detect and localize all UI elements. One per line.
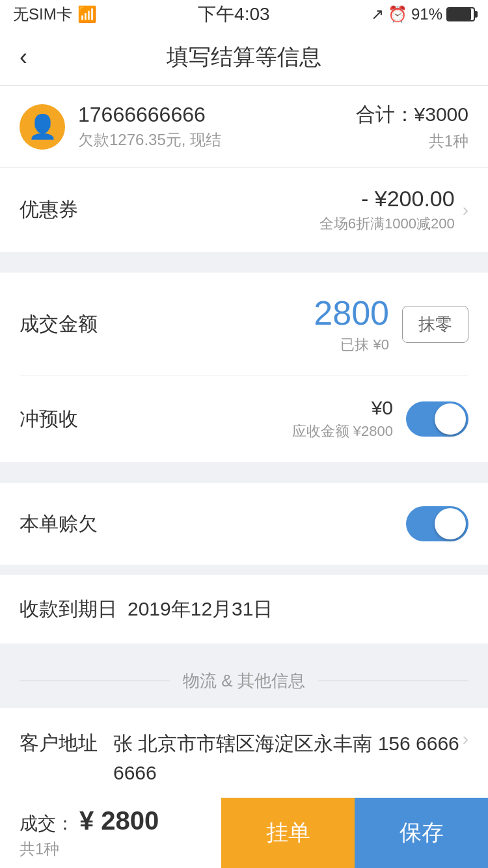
status-bar: 无SIM卡 📶 下午4:03 ↗ ⏰ 91% xyxy=(0,0,488,29)
avatar: 👤 xyxy=(20,104,65,150)
duedate-row: 收款到期日 2019年12月31日 xyxy=(20,596,468,623)
user-left: 👤 17666666666 欠款1276.35元, 现结 xyxy=(20,103,221,150)
duedate-section: 收款到期日 2019年12月31日 xyxy=(0,575,488,644)
logistics-section: 物流 & 其他信息 xyxy=(0,654,488,708)
debit-row: 本单赊欠 xyxy=(20,483,468,565)
logistics-text: 物流 & 其他信息 xyxy=(183,670,305,692)
section-gap-2 xyxy=(0,462,488,472)
bottom-deal-label: 成交： xyxy=(20,811,74,836)
coupon-chevron-icon: › xyxy=(463,200,468,221)
address-content: 张 北京市市辖区海淀区永丰南 156 6666 6666 xyxy=(113,729,463,787)
logistics-line-left xyxy=(20,681,170,681)
content-area: 👤 17666666666 欠款1276.35元, 现结 合计：¥3000 共1… xyxy=(0,86,488,868)
user-total: 合计：¥3000 共1种 xyxy=(356,102,468,152)
section-gap-3 xyxy=(0,644,488,654)
bottom-summary: 成交： ¥ 2800 共1种 xyxy=(0,806,221,860)
coupon-right: - ¥200.00 全场6折满1000减200 › xyxy=(319,186,468,234)
prepay-toggle[interactable] xyxy=(406,401,468,437)
address-section[interactable]: 客户地址 张 北京市市辖区海淀区永丰南 156 6666 6666 › xyxy=(0,708,488,808)
user-info-card: 👤 17666666666 欠款1276.35元, 现结 合计：¥3000 共1… xyxy=(0,86,488,252)
page-title: 填写结算等信息 xyxy=(167,42,321,72)
deal-amount-row: 成交金额 2800 已抹 ¥0 抹零 xyxy=(20,273,468,376)
back-button[interactable]: ‹ xyxy=(20,44,27,71)
user-phone: 17666666666 xyxy=(78,103,221,127)
bottom-bar: 成交： ¥ 2800 共1种 挂单 保存 xyxy=(0,798,488,868)
address-label: 客户地址 xyxy=(20,729,98,757)
bottom-deal-count: 共1种 xyxy=(20,839,202,860)
round-off-button[interactable]: 抹零 xyxy=(402,306,468,343)
coupon-row[interactable]: 优惠券 - ¥200.00 全场6折满1000减200 › xyxy=(0,167,488,252)
wifi-icon: 📶 xyxy=(77,5,97,23)
amount-section: 成交金额 2800 已抹 ¥0 抹零 冲预收 ¥0 应收金额 ¥2800 xyxy=(0,273,488,462)
time-display: 下午4:03 xyxy=(198,2,270,27)
deal-amount-values: 2800 已抹 ¥0 xyxy=(314,293,389,355)
bottom-deal-row: 成交： ¥ 2800 xyxy=(20,806,202,836)
coupon-description: 全场6折满1000减200 xyxy=(319,214,455,234)
gps-icon: ↗ xyxy=(371,5,384,23)
prepay-amount: ¥0 xyxy=(292,397,393,419)
user-row: 👤 17666666666 欠款1276.35元, 现结 合计：¥3000 共1… xyxy=(0,86,488,167)
coupon-discount: - ¥200.00 xyxy=(319,186,455,211)
prepay-row: 冲预收 ¥0 应收金额 ¥2800 xyxy=(20,376,468,462)
status-left: 无SIM卡 📶 xyxy=(13,4,97,25)
battery-text: 91% xyxy=(411,5,442,23)
duedate-value: 2019年12月31日 xyxy=(128,596,273,623)
prepay-receivable: 应收金额 ¥2800 xyxy=(292,422,393,441)
user-info-text: 17666666666 欠款1276.35元, 现结 xyxy=(78,103,221,150)
debit-label: 本单赊欠 xyxy=(20,511,98,537)
deal-amount-label: 成交金额 xyxy=(20,311,98,338)
address-row: 客户地址 张 北京市市辖区海淀区永丰南 156 6666 6666 › xyxy=(20,729,468,787)
section-gap-1 xyxy=(0,262,488,273)
carrier-text: 无SIM卡 xyxy=(13,4,72,25)
bottom-buttons: 挂单 保存 xyxy=(221,798,488,868)
pending-button[interactable]: 挂单 xyxy=(221,798,355,868)
deal-amount-right: 2800 已抹 ¥0 抹零 xyxy=(314,293,468,355)
status-right: ↗ ⏰ 91% xyxy=(371,5,475,23)
debit-toggle[interactable] xyxy=(406,506,468,541)
alarm-icon: ⏰ xyxy=(388,5,407,23)
prepay-values: ¥0 应收金额 ¥2800 xyxy=(292,397,393,441)
user-sub-text: 欠款1276.35元, 现结 xyxy=(78,129,221,150)
coupon-details: - ¥200.00 全场6折满1000减200 xyxy=(319,186,455,234)
deal-amount-value: 2800 xyxy=(314,293,389,332)
total-count: 共1种 xyxy=(356,131,468,152)
prepay-right: ¥0 应收金额 ¥2800 xyxy=(292,397,468,441)
bottom-deal-amount: ¥ 2800 xyxy=(79,806,159,835)
debit-section: 本单赊欠 xyxy=(0,483,488,565)
avatar-icon: 👤 xyxy=(28,113,57,141)
nav-bar: ‹ 填写结算等信息 xyxy=(0,29,488,86)
coupon-label: 优惠券 xyxy=(20,197,78,223)
debit-toggle-knob xyxy=(435,508,466,539)
logistics-line-right xyxy=(318,681,468,681)
prepay-label: 冲预收 xyxy=(20,406,78,433)
save-button[interactable]: 保存 xyxy=(355,798,488,868)
address-chevron-icon: › xyxy=(463,729,468,750)
toggle-knob xyxy=(435,403,466,435)
total-amount: 合计：¥3000 xyxy=(356,102,468,128)
deal-amount-sub: 已抹 ¥0 xyxy=(314,335,389,355)
duedate-label: 收款到期日 xyxy=(20,596,117,623)
battery-icon xyxy=(446,7,475,21)
